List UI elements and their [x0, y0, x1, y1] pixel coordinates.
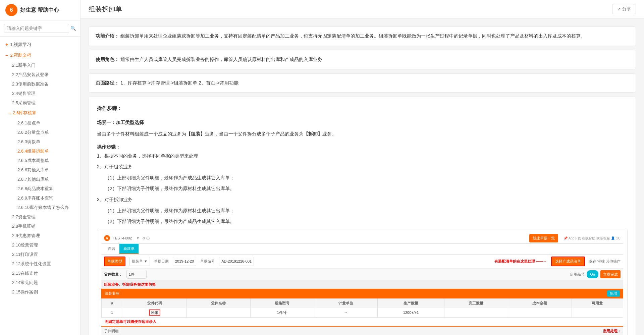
- sidebar-item-online-pay[interactable]: 2.13在线支付: [9, 269, 80, 278]
- sidebar-item-inventory[interactable]: − 2.6库存核算: [8, 108, 80, 118]
- main-area: 组装拆卸单 ↗ 分享 功能介绍： 组装拆卸单用来处理企业组装或拆卸等加工业务，支…: [80, 0, 644, 335]
- app-assembly-label: 父件数量：: [104, 271, 122, 278]
- sidebar-item-adjust[interactable]: 2.6.3调拨单: [15, 137, 80, 147]
- sidebar-item-cost-adj[interactable]: 2.6.5成本调整单: [15, 156, 80, 165]
- content-area: 功能介绍： 组装拆卸单用来处理企业组装或拆卸等加工业务，支持有固定装配清单的产品…: [80, 18, 644, 335]
- step3a: （1）上部明细为父件明细，最终作为原材料生成其它出库单；: [97, 206, 628, 215]
- scene1-desc: 当由多个子件材料组装成一个成品的业务为【组装】业务，当由一个父件拆分成多个子产品…: [97, 129, 628, 138]
- app-toggle-on: On: [587, 270, 598, 279]
- sidebar-item-capital[interactable]: 2.7资金管理: [9, 212, 80, 222]
- annotation-free-input: 无固定清单可以随便在这里录入: [101, 318, 623, 326]
- app-type-dropdown: 组装单 ▼: [129, 257, 150, 266]
- role-label: 使用角色：: [96, 57, 119, 62]
- role-text: 通常由生产人员或库管人员完成拆装业务的操作，库管人员确认原材料的出库和产成品的入…: [120, 57, 322, 62]
- col-cost: 成本金额: [508, 299, 572, 308]
- app-parent-table: # 父件代码 父件名称 规格型号 计量单位 生产数量 完工数量 成本金额 可用量: [101, 298, 623, 318]
- app-child-table-header: 子件明细 启用处理 ↓: [101, 327, 623, 335]
- app-orange-bar: 组装业务 新增: [101, 289, 623, 298]
- parent-code-cell: 米米: [149, 310, 160, 316]
- sidebar-item-purchase[interactable]: 2.5采购管理: [9, 98, 80, 108]
- app-tab-new: 新建单: [119, 244, 139, 254]
- sidebar-item-docs[interactable]: − 2.帮助文档: [0, 50, 80, 61]
- col-spec: 规格型号: [250, 299, 314, 308]
- step1: 1、根据不同的业务，选择不同单据的类型来处理: [97, 152, 628, 161]
- main-header: 组装拆卸单 ↗ 分享: [80, 0, 644, 18]
- steps-header: 操作步骤：: [97, 143, 628, 152]
- annotation-bom-text: 有装配清单的在这里处理 ——→: [494, 258, 547, 265]
- intro-text: 组装拆卸单用来处理企业组装或拆卸等加工业务，支持有固定装配清单的产品加工业务，也…: [120, 33, 585, 39]
- intro-block: 功能介绍： 组装拆卸单用来处理企业组装或拆卸等加工业务，支持有固定装配清单的产品…: [89, 26, 636, 46]
- sidebar-item-other-in[interactable]: 2.6.6其他入库单: [15, 165, 80, 175]
- minus-icon: −: [5, 53, 8, 58]
- app-confirm-btn: 立案完成: [600, 270, 621, 279]
- sidebar-item-sales[interactable]: 2.4销售管理: [9, 89, 80, 98]
- page-title: 组装拆卸单: [89, 5, 122, 14]
- sidebar-item-label: 2.帮助文档: [10, 52, 31, 58]
- sidebar-item-assembly[interactable]: 2.6.4组装拆卸单: [15, 147, 80, 156]
- nav-sub-inventory: 2.6.1盘点单 2.6.2分量盘点单 2.6.3调拨单 2.6.4组装拆卸单 …: [9, 118, 80, 212]
- screenshot-container: 6 TEST-H002 ▼ ⚙ ⓘ 新建单据一览 📌 App下载 在线帮助 联系…: [97, 229, 628, 335]
- step2b: （2）下部明细为子件明细，最终作为原材料生成其它出库单。: [97, 184, 628, 193]
- sidebar-item-cost-calc[interactable]: 2.6.8商品成本重算: [15, 184, 80, 193]
- app-logo: 6: [104, 235, 110, 241]
- search-button[interactable]: 🔍: [70, 26, 76, 31]
- app-child-table-area: 子件明细 启用处理 ↓ # 子件代码 子件名称 规格型号 可用: [101, 326, 623, 335]
- step3: 3、对于拆卸业务: [97, 195, 628, 204]
- annotation-enable: 启用处理 ↓: [603, 328, 621, 335]
- role-block: 使用角色： 通常由生产人员或库管人员完成拆装业务的操作，库管人员确认原材料的出库…: [89, 50, 636, 69]
- sidebar-item-manage[interactable]: 2.10经营管理: [9, 240, 80, 250]
- sidebar-item-stock-query[interactable]: 2.6.9库存账本查询: [15, 193, 80, 203]
- app-date-label: 单据日期: [154, 258, 169, 265]
- logo-text: 好生意 帮助中心: [20, 7, 59, 14]
- nav-sub-docs: 2.1新手入门 2.2产品安装及登录 2.3使用前数据准备 2.4销售管理 2.…: [0, 61, 80, 297]
- share-button[interactable]: ↗ 分享: [612, 4, 636, 14]
- app-form-row-1: 单据类型 组装单 ▼ 单据日期 2019-12-20 单据编号 AD-20191…: [101, 255, 623, 269]
- sidebar-item-custom[interactable]: 2.12系统个性化设置: [9, 259, 80, 269]
- step3b: （2）下部明细为子件明细，最终作为产成品生成其它入库单。: [97, 217, 628, 226]
- col-plan-qty: 生产数量: [378, 299, 444, 308]
- col-avail: 可用量: [572, 299, 623, 308]
- app-bar-label: 组装业务: [105, 290, 119, 297]
- app-toggle-label: 启用品号: [570, 271, 585, 278]
- app-code-label: 单据编号: [200, 258, 215, 265]
- app-toggle-area: 启用品号 On 立案完成: [570, 270, 621, 279]
- path-label: 页面路径：: [96, 80, 119, 86]
- annotation-switch: 组装业务、拆卸业务在这里切换: [101, 280, 623, 289]
- nav-tree: + 1.视频学习 − 2.帮助文档 2.1新手入门 2.2产品安装及登录 2.3…: [0, 37, 80, 299]
- app-btn-new-list: 新建单据一览: [529, 234, 558, 242]
- app-top-icons: 📌 App下载 在线帮助 联系客服 👤 CC: [564, 235, 621, 241]
- logo-icon: 6: [5, 4, 17, 16]
- app-icons: ⚙ ⓘ: [142, 235, 150, 241]
- col-parent-name: 父件名称: [186, 299, 250, 308]
- parent-row-1: 1 米米 1件/个 → 1200+/+1: [102, 308, 623, 318]
- col-unit: 计量单位: [314, 299, 378, 308]
- path-block: 页面路径： 1、库存核算->库存管理->组装拆卸单 2、首页->常用功能: [89, 73, 636, 93]
- sidebar-item-faq[interactable]: 2.14常见问题: [9, 278, 80, 287]
- app-type-switch-row: 父件数量： 1件 启用品号 On 立案完成: [101, 269, 623, 281]
- step2a: （1）上部明细为父件明细，最终作为产成品生成其它入库单；: [97, 173, 628, 182]
- sidebar-item-data[interactable]: 2.3使用前数据准备: [9, 79, 80, 89]
- sidebar-item-install[interactable]: 2.2产品安装及登录: [9, 70, 80, 79]
- sidebar-item-stock-split[interactable]: 2.6.2分量盘点单: [15, 128, 80, 137]
- sidebar-item-stock-err[interactable]: 2.6.10库存账本错了怎么办: [15, 203, 80, 212]
- app-parent-table-area: # 父件代码 父件名称 规格型号 计量单位 生产数量 完工数量 成本金额 可用量: [101, 298, 623, 318]
- app-tab-self: 自营: [104, 244, 119, 254]
- app-form-area: 单据类型 组装单 ▼ 单据日期 2019-12-20 单据编号 AD-20191…: [101, 255, 623, 289]
- sidebar-item-other-out[interactable]: 2.6.7其他出库单: [15, 175, 80, 184]
- sidebar-header: 6 好生意 帮助中心: [0, 0, 80, 20]
- search-input[interactable]: [4, 24, 69, 33]
- sidebar-item-video[interactable]: + 1.视频学习: [0, 39, 80, 50]
- sidebar-item-print[interactable]: 2.11打印设置: [9, 250, 80, 259]
- app-qty-input: 1件: [126, 270, 147, 279]
- sidebar: 6 好生意 帮助中心 🔍 + 1.视频学习 − 2.帮助文档 2.1新手入门 2…: [0, 0, 80, 335]
- sidebar-item-cases[interactable]: 2.15操作案例: [9, 287, 80, 297]
- sidebar-item-coupon[interactable]: 2.9优惠券管理: [9, 231, 80, 240]
- sidebar-item-stock-check[interactable]: 2.6.1盘点单: [15, 118, 80, 128]
- scene1-title: 场景一：加工类型选择: [97, 118, 628, 127]
- search-box[interactable]: 🔍: [0, 20, 80, 37]
- step2: 2、对于组装业务: [97, 162, 628, 171]
- app-bom-btn: 选择产成品清单: [551, 257, 585, 266]
- col-no: #: [102, 299, 123, 308]
- sidebar-item-newbie[interactable]: 2.1新手入门: [9, 61, 80, 70]
- sidebar-item-mobile[interactable]: 2.8手机旺铺: [9, 222, 80, 231]
